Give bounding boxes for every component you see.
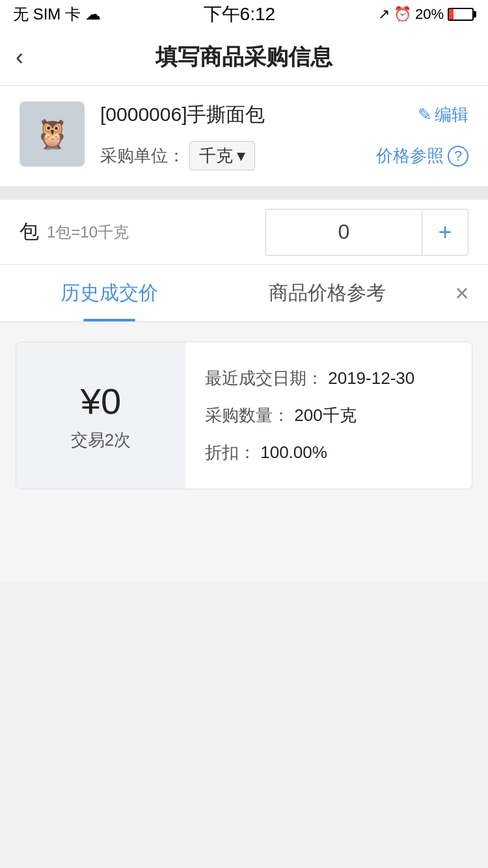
qty-unit-sub: 1包=10千克 [47,222,129,243]
page-title: 填写商品采购信息 [156,42,332,72]
unit-select[interactable]: 千克 ▾ [189,141,255,170]
unit-value: 千克 [199,144,233,167]
product-info: [0000006]手撕面包 ✎ 编辑 采购单位： 千克 ▾ 价格参照 ? [100,102,468,170]
alarm-icon: ⏰ [394,6,411,23]
status-time: 下午6:12 [204,2,276,27]
qty-plus-button[interactable]: + [422,209,468,256]
quantity-input[interactable] [265,209,422,256]
purchase-qty-label: 采购数量： [205,405,290,425]
price-ref-link[interactable]: 价格参照 ? [376,144,468,167]
history-card: ¥0 交易2次 最近成交日期： 2019-12-30 采购数量： 200千克 折… [16,342,472,489]
tab-history-price[interactable]: 历史成交价 [0,265,218,321]
product-thumbnail: 🦉 [20,102,85,167]
qty-unit-label: 包 1包=10千克 [20,219,129,245]
discount-label: 折扣： [205,442,256,462]
signal-text: 无 SIM 卡 ☁ [13,4,101,25]
status-left: 无 SIM 卡 ☁ [13,4,101,25]
price-amount: ¥0 [81,380,121,422]
latest-date-label: 最近成交日期： [205,368,323,388]
back-button[interactable]: ‹ [16,44,23,71]
unit-label: 采购单位： 千克 ▾ [100,141,255,170]
dropdown-icon: ▾ [237,146,245,166]
product-card: 🦉 [0000006]手撕面包 ✎ 编辑 采购单位： 千克 ▾ 价格参照 ? [0,86,488,187]
purchase-qty-line: 采购数量： 200千克 [205,403,452,428]
product-thumb-icon: 🦉 [34,117,70,151]
tabs-bar: 历史成交价 商品价格参考 × [0,265,488,322]
latest-date-line: 最近成交日期： 2019-12-30 [205,366,452,391]
purchase-qty-value: 200千克 [294,405,356,425]
edit-icon: ✎ [418,105,432,125]
product-name: [0000006]手撕面包 [100,102,265,128]
edit-label: 编辑 [435,103,468,126]
status-bar: 无 SIM 卡 ☁ 下午6:12 ↗ ⏰ 20% [0,0,488,29]
trade-count: 交易2次 [71,429,131,452]
price-details: 最近成交日期： 2019-12-30 采购数量： 200千克 折扣： 100.0… [185,342,472,489]
info-icon: ? [448,146,468,167]
qty-unit-text: 包 [20,219,39,245]
latest-date-value: 2019-12-30 [328,368,414,388]
tab-underline [83,319,135,321]
battery-icon [448,8,475,21]
quantity-row: 包 1包=10千克 + [0,200,488,265]
price-ref-label: 价格参照 [376,144,444,167]
edit-link[interactable]: ✎ 编辑 [418,103,468,126]
battery-percent: 20% [415,6,444,23]
discount-value: 100.00% [260,442,327,462]
separator [0,187,488,200]
tab-close-button[interactable]: × [436,280,488,307]
discount-line: 折扣： 100.00% [205,440,452,465]
qty-input-group: + [265,209,468,256]
content-area: ¥0 交易2次 最近成交日期： 2019-12-30 采购数量： 200千克 折… [0,322,488,582]
location-icon: ↗ [378,6,390,23]
tab-product-price-ref[interactable]: 商品价格参考 [218,265,436,321]
status-right: ↗ ⏰ 20% [378,6,475,23]
price-summary: ¥0 交易2次 [16,342,185,489]
nav-bar: ‹ 填写商品采购信息 [0,29,488,86]
